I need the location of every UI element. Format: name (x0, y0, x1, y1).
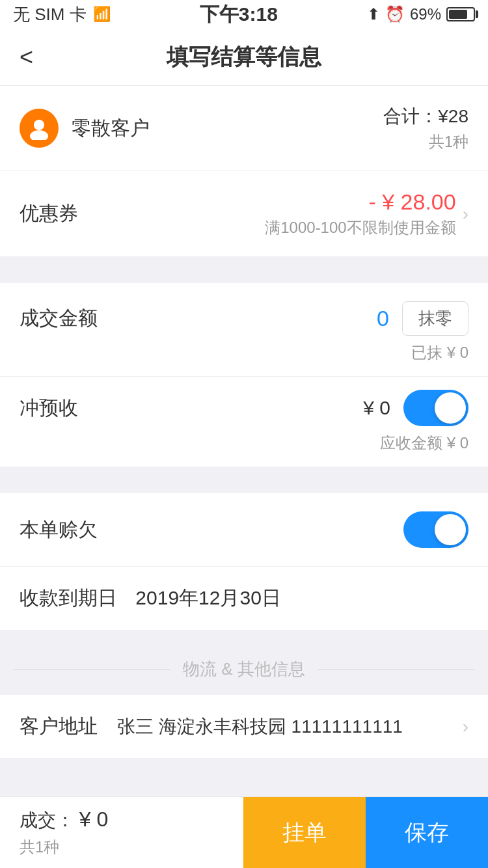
already-rounded: 已抹 ¥ 0 (0, 342, 488, 377)
line-left (13, 669, 170, 670)
customer-left: 零散客户 (20, 109, 150, 148)
debit-toggle[interactable] (403, 511, 468, 548)
debit-row: 本单赊欠 (0, 493, 488, 566)
toggle-knob (435, 392, 466, 424)
amount-row: 成交金额 0 抹零 (0, 283, 488, 342)
debit-label: 本单赊欠 (20, 517, 98, 543)
person-icon (27, 116, 51, 140)
status-left: 无 SIM 卡 📶 (13, 3, 111, 26)
debit-toggle-knob (435, 514, 466, 545)
coupon-desc: 满1000-100不限制使用金额 (265, 217, 455, 238)
deal-label: 成交： (20, 810, 74, 830)
transaction-card: 成交金额 0 抹零 已抹 ¥ 0 冲预收 ¥ 0 应收金额 ¥ 0 (0, 283, 488, 467)
round-down-button[interactable]: 抹零 (402, 301, 468, 336)
due-date-row: 收款到期日 2019年12月30日 (0, 566, 488, 630)
back-button[interactable]: < (20, 44, 33, 71)
receivable-amount: 应收金额 ¥ 0 (0, 433, 488, 467)
status-right: ⬆ ⏰ 69% (367, 5, 475, 23)
save-button[interactable]: 保存 (366, 797, 488, 869)
logistics-section-header: 物流 & 其他信息 (0, 643, 488, 695)
debit-card: 本单赊欠 收款到期日 2019年12月30日 (0, 493, 488, 630)
prepay-row: 冲预收 ¥ 0 (0, 377, 488, 433)
page-title: 填写结算等信息 (167, 42, 321, 72)
hold-button[interactable]: 挂单 (243, 797, 366, 869)
bottom-deal-row: 成交： ¥ 0 (20, 807, 224, 833)
svg-point-0 (34, 120, 44, 130)
nav-bar: < 填写结算等信息 (0, 29, 488, 86)
total-amount: 合计：¥28 (383, 104, 468, 129)
prepay-label: 冲预收 (20, 395, 78, 422)
address-card: 客户地址 张三 海淀永丰科技园 11111111111 › (0, 695, 488, 758)
battery-icon (446, 7, 475, 21)
battery-percentage: 69% (410, 5, 441, 23)
carrier-label: 无 SIM 卡 (13, 3, 87, 26)
coupon-info: - ¥ 28.00 满1000-100不限制使用金额 (265, 189, 455, 238)
coupon-right: - ¥ 28.00 满1000-100不限制使用金额 › (265, 189, 468, 238)
line-right (318, 669, 475, 670)
status-bar: 无 SIM 卡 📶 下午3:18 ⬆ ⏰ 69% (0, 0, 488, 29)
transaction-label: 成交金额 (20, 305, 98, 332)
address-chevron-icon: › (463, 716, 468, 737)
bottom-bar: 成交： ¥ 0 共1种 挂单 保存 (0, 796, 488, 868)
customer-name: 零散客户 (72, 115, 150, 142)
customer-row: 零散客户 合计：¥28 共1种 (0, 86, 488, 171)
amount-right: 0 抹零 (377, 301, 468, 336)
section-divider-1 (0, 270, 488, 283)
location-icon: ⬆ (367, 5, 380, 23)
prepay-amount: ¥ 0 (363, 397, 390, 419)
coupon-row[interactable]: 优惠券 - ¥ 28.00 满1000-100不限制使用金额 › (0, 171, 488, 257)
alarm-icon: ⏰ (385, 5, 405, 23)
section-divider-2 (0, 480, 488, 493)
wifi-icon: 📶 (93, 6, 111, 23)
deal-amount: ¥ 0 (79, 807, 108, 831)
bottom-count: 共1种 (20, 837, 224, 858)
avatar (20, 109, 59, 148)
chevron-right-icon: › (463, 204, 468, 224)
address-row[interactable]: 客户地址 张三 海淀永丰科技园 11111111111 › (0, 695, 488, 758)
content-area: 零散客户 合计：¥28 共1种 优惠券 - ¥ 28.00 满1000-100不… (0, 86, 488, 849)
time-label: 下午3:18 (200, 1, 278, 28)
total-count: 共1种 (383, 131, 468, 152)
address-value: 张三 海淀永丰科技园 11111111111 (117, 714, 463, 739)
coupon-label: 优惠券 (20, 200, 78, 227)
svg-point-1 (30, 130, 48, 140)
transaction-value: 0 (377, 306, 389, 331)
prepay-right: ¥ 0 (363, 390, 468, 426)
due-date-label: 收款到期日 (20, 587, 117, 608)
address-label: 客户地址 (20, 713, 98, 740)
prepay-info: ¥ 0 (363, 397, 390, 419)
coupon-discount: - ¥ 28.00 (265, 189, 455, 215)
logistics-label: 物流 & 其他信息 (183, 658, 305, 681)
prepay-toggle[interactable] (403, 390, 468, 426)
bottom-info: 成交： ¥ 0 共1种 (0, 807, 243, 858)
due-date-value: 2019年12月30日 (135, 587, 280, 608)
customer-total: 合计：¥28 共1种 (383, 104, 468, 152)
customer-card: 零散客户 合计：¥28 共1种 优惠券 - ¥ 28.00 满1000-100不… (0, 86, 488, 257)
